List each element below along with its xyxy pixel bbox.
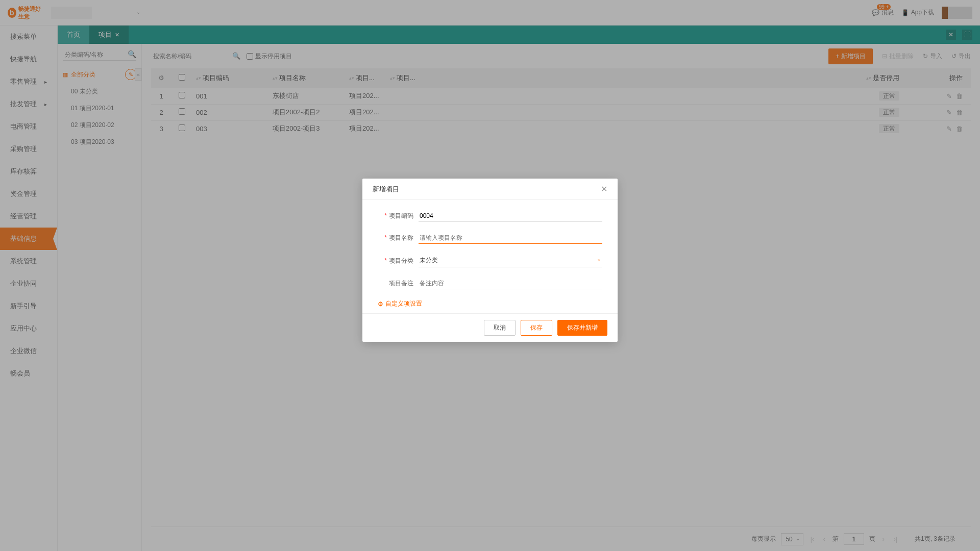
- name-label: *项目名称: [378, 234, 419, 242]
- cat-select[interactable]: 未分类 ⌄: [419, 254, 602, 267]
- cat-label: *项目分类: [378, 257, 419, 265]
- code-label: *项目编码: [378, 212, 419, 220]
- custom-fields-link[interactable]: ⚙ 自定义项设置: [378, 299, 602, 308]
- name-input[interactable]: [419, 232, 602, 244]
- save-button[interactable]: 保存: [521, 320, 552, 336]
- add-project-modal: 新增项目 ✕ *项目编码 *项目名称 *项目分类 未分类 ⌄ 项目备注: [362, 179, 618, 342]
- cat-value: 未分类: [419, 254, 602, 267]
- custom-label: 自定义项设置: [385, 299, 422, 308]
- gear-icon: ⚙: [378, 300, 383, 308]
- modal-title: 新增项目: [373, 185, 399, 194]
- cancel-button[interactable]: 取消: [484, 320, 516, 336]
- save-add-button[interactable]: 保存并新增: [557, 320, 607, 336]
- remark-label: 项目备注: [378, 279, 419, 288]
- code-input[interactable]: [419, 210, 602, 222]
- remark-input[interactable]: [419, 278, 602, 289]
- chevron-down-icon: ⌄: [597, 256, 601, 262]
- modal-overlay: 新增项目 ✕ *项目编码 *项目名称 *项目分类 未分类 ⌄ 项目备注: [0, 0, 980, 551]
- modal-close-button[interactable]: ✕: [601, 184, 607, 194]
